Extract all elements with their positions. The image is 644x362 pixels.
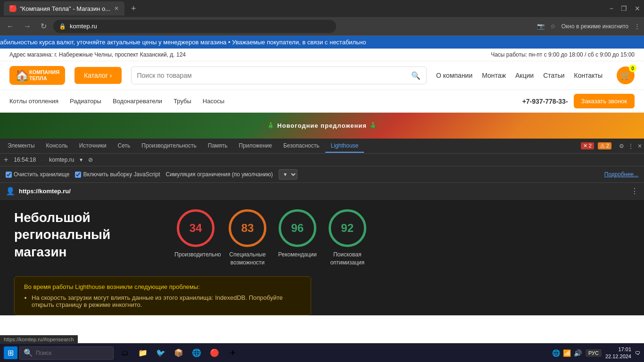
taskbar-icon-files[interactable]: 🗂 [117,346,132,361]
devtools-toolbar: + 16:54:18 - komtep.ru ▾ ⊘ [0,154,644,166]
error-badge: ✕ 2 [581,142,594,149]
nav-kontakty[interactable]: Контакты [574,72,603,79]
taskbar-language: РУС [586,349,602,357]
lighthouse-header: 👤 https://komtep.ru/ ⋮ [0,183,644,200]
notification-icon[interactable]: 🗨 [635,350,640,356]
lighthouse-scores: 34 Производительно 83 Специальные возмож… [174,209,369,267]
cart-button[interactable]: 🛒 0 [617,66,635,84]
taskbar-icon-app2[interactable]: ✈ [225,346,240,361]
score-seo-circle: 92 [329,209,366,247]
refresh-button[interactable]: ↻ [38,20,50,33]
close-devtools-icon[interactable]: ✕ [637,143,642,149]
taskbar-search-input[interactable] [36,350,109,356]
nav-montaj[interactable]: Монтаж [482,72,506,79]
taskbar-icon-app1[interactable]: 🔴 [207,346,222,361]
start-button[interactable]: ⊞ [4,346,17,359]
clear-storage-checkbox[interactable] [6,172,12,178]
search-icon: 🔍 [411,71,421,80]
tab-favicon: 🔴 [9,5,16,12]
bookmark-icon[interactable]: ☆ [550,23,556,30]
taskbar: ⊞ 🔍 🗂 📁 🐦 📦 🌐 🔴 ✈ 🌐 📶 🔊 РУС 17:01 22.12.… [0,343,644,362]
marquee-bar: абильностью курса валют, уточняйте актуа… [0,36,644,49]
search-bar[interactable]: 🔍 [131,66,427,84]
tab-close-button[interactable]: ✕ [114,5,119,12]
toolbar-time: 16:54:18 [14,156,36,163]
score-accessibility: 83 Специальные возможности [226,209,269,267]
taskbar-icon-browser[interactable]: 🌐 [189,346,204,361]
tab-application[interactable]: Приложение [233,140,278,153]
tab-performance[interactable]: Производительность [136,140,202,153]
score-accessibility-label: Специальные возможности [226,251,269,267]
close-window-button[interactable]: ✕ [635,5,640,12]
taskbar-search-icon: 🔍 [24,348,33,357]
back-button[interactable]: ← [4,20,17,33]
warning-item: На скорость загрузки могут влиять данные… [32,294,301,308]
more-link[interactable]: Подробнее... [604,171,638,178]
taskbar-icon-bird[interactable]: 🐦 [153,346,168,361]
title-bar: 🔴 "Компания Тепла" - Магазин о... ✕ + − … [0,0,644,17]
add-icon[interactable]: + [4,156,8,164]
browser-tab[interactable]: 🔴 "Компания Тепла" - Магазин о... ✕ [4,1,124,16]
new-tab-button[interactable]: + [127,4,140,14]
catalog-button[interactable]: Каталог › [74,67,121,84]
logo-text: КОМПАНИЯТЕПЛА [29,69,59,82]
network-icons: 🌐 📶 🔊 [552,349,582,357]
clear-icon[interactable]: ⊘ [88,156,93,163]
tab-sources[interactable]: Источники [74,140,112,153]
forward-button[interactable]: → [21,20,34,33]
logo-house-icon: 🏠 [15,69,29,82]
tab-security[interactable]: Безопасность [278,140,325,153]
warning-list: На скорость загрузки могут влиять данные… [24,294,301,308]
main-nav-links: О компании Монтаж Акции Статьи Контакты [436,72,603,79]
nav-bar: ← → ↻ 🔒 komtep.ru 📷 ☆ Окно в режиме инко… [0,17,644,36]
score-accessibility-circle: 83 [229,209,266,247]
category-vodonagrevateli[interactable]: Водонагреватели [113,98,162,105]
sim-dropdown[interactable]: ▾ [279,169,297,180]
lighthouse-options-button[interactable]: ⋮ [631,187,638,196]
maximize-button[interactable]: ❐ [621,5,627,12]
address-bar[interactable]: 🔒 komtep.ru [53,20,336,33]
lighthouse-warning-box: Во время работы Lighthouse возникли след… [14,276,311,315]
taskbar-search[interactable]: 🔍 [19,346,114,360]
dropdown-arrow[interactable]: ▾ [80,156,83,163]
info-bar: Адрес магазина: г. Набережные Челны, про… [0,49,644,61]
dock-icon[interactable]: ⋮ [628,143,634,149]
marquee-text: абильностью курса валют, уточняйте актуа… [0,39,366,46]
taskbar-icon-folder[interactable]: 📁 [135,346,150,361]
category-truby[interactable]: Трубы [173,98,191,105]
tab-lighthouse[interactable]: Lighthouse [325,140,364,153]
tab-console[interactable]: Консоль [41,140,74,153]
category-radiatory[interactable]: Радиаторы [70,98,101,105]
tab-network[interactable]: Сеть [112,140,136,153]
nav-company[interactable]: О компании [436,72,472,79]
title-bar-controls: − ❐ ✕ [610,5,640,12]
minimize-button[interactable]: − [610,5,613,12]
score-performance: 34 Производительно [174,209,217,259]
cart-badge: 0 [629,65,636,72]
category-kotly[interactable]: Котлы отопления [9,98,58,105]
banner: 🎄 Новогодние предложения 🎄 [0,113,644,139]
search-input[interactable] [137,72,412,79]
devtools-options: Очистить хранилище Включить выборку Java… [0,166,644,183]
score-performance-circle: 34 [177,209,215,247]
taskbar-icon-package[interactable]: 📦 [171,346,186,361]
js-sampling-label: Включить выборку JavaScript [83,171,160,178]
js-sampling-option[interactable]: Включить выборку JavaScript [75,171,160,178]
tab-memory[interactable]: Память [202,140,233,153]
categories-list: Котлы отопления Радиаторы Водонагревател… [9,98,224,105]
menu-icon[interactable]: ⋮ [634,23,640,30]
tab-elements[interactable]: Элементы [2,140,41,153]
clear-storage-option[interactable]: Очистить хранилище [6,171,69,178]
warning-badge: ⚠ 2 [598,142,611,149]
logo[interactable]: 🏠 КОМПАНИЯТЕПЛА [9,66,65,85]
store-address: Адрес магазина: г. Набережные Челны, про… [9,51,186,58]
settings-icon[interactable]: ⚙ [619,143,624,149]
js-sampling-checkbox[interactable] [75,172,81,178]
nav-akcii[interactable]: Акции [515,72,534,79]
nav-stati[interactable]: Статьи [543,72,564,79]
order-call-button[interactable]: Заказать звонок [574,94,635,108]
score-seo: 92 Поисковая оптимизация [326,209,369,267]
category-nasosy[interactable]: Насосы [203,98,224,105]
status-url-bar: https://komtep.ru/#opensearch [0,335,78,343]
devtools-tabs: Элементы Консоль Источники Сеть Производ… [0,139,644,154]
